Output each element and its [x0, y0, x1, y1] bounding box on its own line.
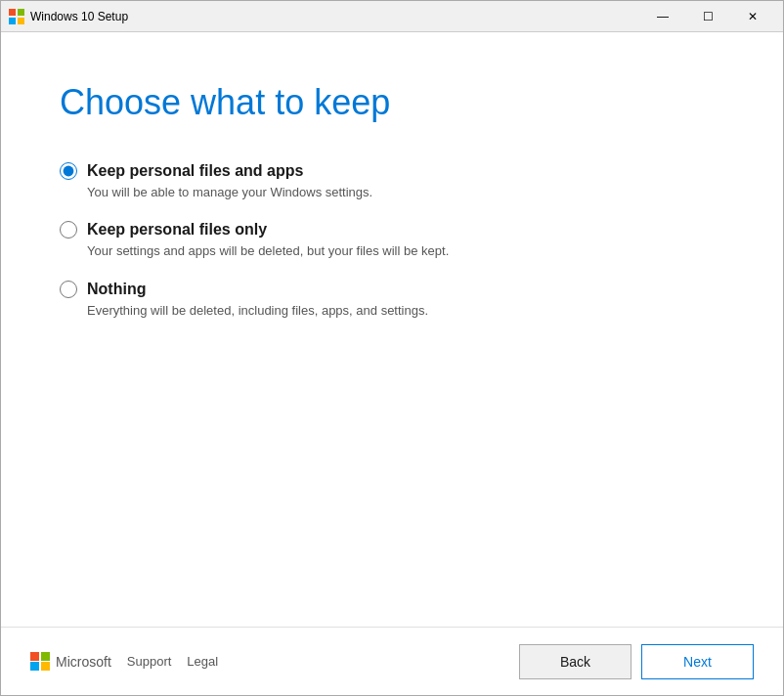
microsoft-label: Microsoft [56, 654, 111, 670]
option-label-2[interactable]: Keep personal files only [87, 221, 267, 239]
option-label-row-2: Keep personal files only [60, 221, 724, 239]
radio-keep-files-apps[interactable] [60, 162, 77, 180]
svg-rect-1 [18, 9, 24, 16]
minimize-button[interactable]: — [640, 1, 685, 32]
option-keep-files-only: Keep personal files only Your settings a… [60, 221, 724, 260]
option-label-row-1: Keep personal files and apps [60, 162, 724, 180]
svg-rect-3 [18, 18, 24, 24]
legal-link[interactable]: Legal [187, 654, 218, 669]
footer-left: Microsoft Support Legal [30, 652, 218, 672]
option-label-1[interactable]: Keep personal files and apps [87, 162, 303, 180]
ms-yellow-square [41, 662, 50, 671]
option-desc-2: Your settings and apps will be deleted, … [87, 242, 724, 260]
radio-keep-files-only[interactable] [60, 221, 77, 239]
microsoft-logo: Microsoft [30, 652, 111, 672]
footer-buttons: Back Next [519, 644, 754, 679]
svg-rect-2 [9, 18, 16, 24]
close-button[interactable]: ✕ [730, 1, 775, 32]
maximize-button[interactable]: ☐ [685, 1, 730, 32]
ms-blue-square [30, 662, 39, 671]
title-bar: Windows 10 Setup — ☐ ✕ [1, 1, 783, 32]
support-link[interactable]: Support [127, 654, 172, 669]
svg-rect-0 [9, 9, 16, 16]
window-title: Windows 10 Setup [30, 10, 640, 23]
window-controls: — ☐ ✕ [640, 1, 775, 32]
next-button[interactable]: Next [641, 644, 754, 679]
option-keep-files-apps: Keep personal files and apps You will be… [60, 162, 724, 201]
setup-window: Windows 10 Setup — ☐ ✕ Choose what to ke… [0, 0, 784, 696]
ms-squares-icon [30, 652, 50, 672]
option-label-3[interactable]: Nothing [87, 281, 146, 298]
back-button[interactable]: Back [519, 644, 632, 679]
footer: Microsoft Support Legal Back Next [1, 627, 783, 695]
page-title: Choose what to keep [60, 81, 724, 123]
ms-red-square [30, 652, 39, 661]
ms-green-square [41, 652, 50, 661]
option-label-row-3: Nothing [60, 281, 724, 298]
option-desc-1: You will be able to manage your Windows … [87, 184, 724, 201]
radio-nothing[interactable] [60, 281, 77, 298]
option-nothing: Nothing Everything will be deleted, incl… [60, 281, 724, 320]
app-icon [9, 9, 24, 24]
option-desc-3: Everything will be deleted, including fi… [87, 302, 724, 320]
options-list: Keep personal files and apps You will be… [60, 162, 724, 320]
main-content: Choose what to keep Keep personal files … [1, 32, 783, 627]
